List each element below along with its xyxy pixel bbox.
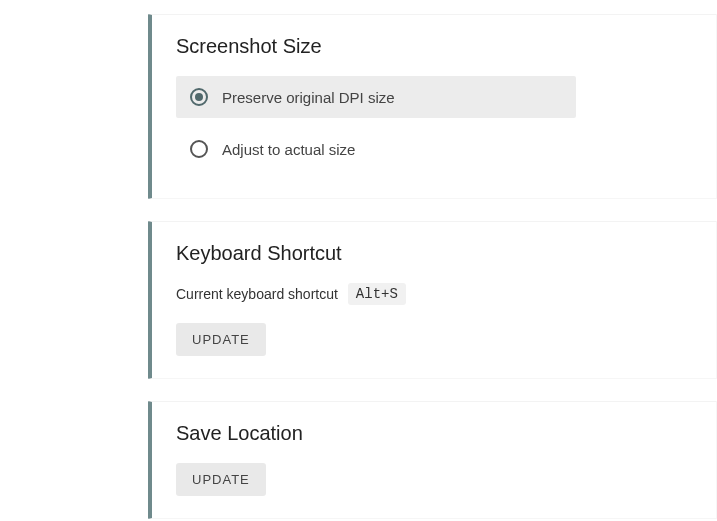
keyboard-shortcut-update-button[interactable]: UPDATE: [176, 323, 266, 356]
radio-adjust-actual[interactable]: Adjust to actual size: [176, 128, 576, 170]
keyboard-shortcut-section: Keyboard Shortcut Current keyboard short…: [148, 221, 717, 379]
screenshot-size-title: Screenshot Size: [176, 35, 692, 58]
radio-circle-icon: [190, 140, 208, 158]
radio-preserve-dpi[interactable]: Preserve original DPI size: [176, 76, 576, 118]
radio-circle-icon: [190, 88, 208, 106]
radio-dot-icon: [195, 93, 203, 101]
keyboard-shortcut-title: Keyboard Shortcut: [176, 242, 692, 265]
save-location-update-button[interactable]: UPDATE: [176, 463, 266, 496]
save-location-section: Save Location UPDATE: [148, 401, 717, 519]
screenshot-size-section: Screenshot Size Preserve original DPI si…: [148, 14, 717, 199]
keyboard-shortcut-current-label: Current keyboard shortcut: [176, 286, 338, 302]
keyboard-shortcut-current-row: Current keyboard shortcut Alt+S: [176, 283, 692, 305]
screenshot-size-radio-group: Preserve original DPI size Adjust to act…: [176, 76, 692, 170]
save-location-title: Save Location: [176, 422, 692, 445]
keyboard-shortcut-value: Alt+S: [348, 283, 406, 305]
radio-preserve-dpi-label: Preserve original DPI size: [222, 89, 395, 106]
radio-adjust-actual-label: Adjust to actual size: [222, 141, 355, 158]
